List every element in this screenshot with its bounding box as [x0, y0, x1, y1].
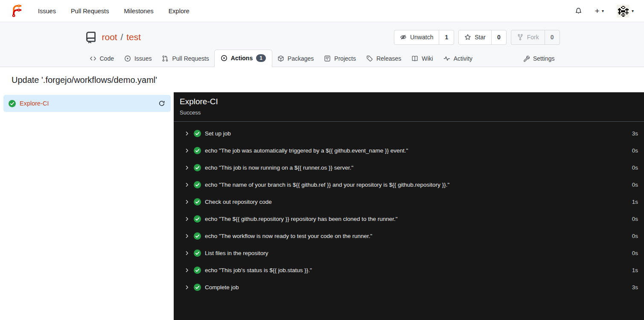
step-duration: 0s: [627, 147, 638, 154]
workflow-run-view: Explore-CI Explore-CI Success Set up job…: [0, 92, 644, 320]
repo-book-icon: [85, 31, 97, 44]
check-circle-icon: [194, 250, 201, 257]
check-circle-icon: [194, 267, 201, 274]
unwatch-label: Unwatch: [410, 34, 433, 41]
job-steps-list: Set up job 3s echo "The job was automati…: [174, 122, 644, 296]
step-name: Check out repository code: [205, 199, 272, 205]
step-name: Complete job: [205, 284, 239, 291]
step-duration: 1s: [627, 199, 638, 205]
chevron-right-icon: [184, 165, 190, 170]
eye-slash-icon: [400, 34, 407, 41]
fork-count[interactable]: 0: [545, 30, 559, 44]
chevron-down-icon: ▾: [632, 9, 634, 13]
chevron-right-icon: [184, 148, 190, 153]
step-name: echo "The job was automatically triggere…: [205, 147, 408, 154]
chevron-down-icon: ▾: [602, 9, 604, 13]
check-circle-icon: [194, 198, 201, 206]
check-circle-icon: [194, 130, 201, 137]
workflow-run-title: Update '.forgejo/workflows/demo.yaml': [0, 67, 644, 92]
chevron-right-icon: [184, 285, 190, 290]
fork-button[interactable]: Fork 0: [511, 30, 560, 45]
nav-link-issues[interactable]: Issues: [38, 8, 56, 15]
step-row[interactable]: echo "This job is now running on a ${{ r…: [174, 159, 644, 176]
chevron-right-icon: [184, 182, 190, 188]
check-circle-icon: [194, 284, 201, 291]
step-row[interactable]: echo "This job's status is ${{ job.statu…: [174, 261, 644, 279]
step-row[interactable]: Complete job 3s: [174, 279, 644, 296]
tab-pull-requests[interactable]: Pull Requests: [157, 50, 214, 67]
tab-activity[interactable]: Activity: [438, 50, 478, 67]
check-circle-icon: [194, 181, 201, 188]
fork-label: Fork: [527, 34, 539, 41]
repo-path-separator: /: [121, 32, 123, 42]
chevron-right-icon: [184, 216, 190, 222]
watch-count[interactable]: 1: [439, 30, 454, 44]
check-circle-icon: [194, 164, 201, 171]
job-title: Explore-CI: [180, 97, 637, 106]
tab-issues[interactable]: Issues: [119, 50, 157, 67]
repo-name-link[interactable]: test: [126, 32, 141, 42]
refresh-icon[interactable]: [158, 100, 165, 107]
step-row[interactable]: echo "The name of your branch is ${{ git…: [174, 176, 644, 193]
tab-packages[interactable]: Packages: [272, 50, 319, 67]
tab-releases[interactable]: Releases: [361, 50, 406, 67]
job-item-explore-ci[interactable]: Explore-CI: [3, 95, 171, 112]
tab-wiki[interactable]: Wiki: [406, 50, 438, 67]
tab-projects[interactable]: Projects: [319, 50, 361, 67]
nav-link-explore[interactable]: Explore: [169, 8, 189, 15]
chevron-right-icon: [184, 131, 190, 136]
tab-actions[interactable]: Actions 1: [214, 50, 272, 67]
nav-link-pull-requests[interactable]: Pull Requests: [71, 8, 109, 15]
repo-tabs: Code Issues Pull Requests Actions 1: [85, 50, 560, 67]
tab-code[interactable]: Code: [85, 50, 119, 67]
nav-links: Issues Pull Requests Milestones Explore: [23, 8, 189, 15]
step-duration: 0s: [627, 164, 638, 171]
step-row[interactable]: List files in the repository 0s: [174, 244, 644, 261]
check-circle-icon: [194, 215, 201, 223]
step-duration: 3s: [627, 284, 638, 291]
repo-owner-link[interactable]: root: [102, 32, 117, 42]
job-log-header: Explore-CI Success: [174, 92, 644, 122]
nav-right: + ▾: [575, 5, 634, 18]
tab-settings[interactable]: Settings: [518, 50, 560, 67]
check-circle-icon: [9, 100, 16, 107]
step-name: List files in the repository: [205, 250, 268, 256]
chevron-right-icon: [184, 233, 190, 239]
create-new-button[interactable]: + ▾: [595, 7, 604, 15]
step-duration: 0s: [627, 182, 638, 188]
forgejo-logo-icon[interactable]: [10, 5, 23, 18]
chevron-right-icon: [184, 267, 190, 273]
step-row[interactable]: Set up job 3s: [174, 125, 644, 142]
step-name: echo "The name of your branch is ${{ git…: [205, 182, 449, 188]
step-duration: 0s: [627, 216, 638, 222]
top-navbar: Issues Pull Requests Milestones Explore …: [0, 0, 644, 22]
step-name: echo "This job is now running on a ${{ r…: [205, 164, 353, 171]
job-name: Explore-CI: [20, 100, 49, 107]
step-duration: 0s: [627, 233, 638, 239]
nav-link-milestones[interactable]: Milestones: [124, 8, 153, 15]
step-name: echo "The workflow is now ready to test …: [205, 233, 372, 239]
user-avatar: [617, 5, 629, 18]
jobs-sidebar: Explore-CI: [0, 92, 174, 320]
step-row[interactable]: echo "The ${{ github.repository }} repos…: [174, 210, 644, 227]
step-row[interactable]: echo "The job was automatically triggere…: [174, 142, 644, 159]
chevron-right-icon: [184, 199, 190, 205]
repo-action-buttons: Unwatch 1 Star 0: [394, 30, 560, 45]
check-circle-icon: [194, 147, 201, 154]
job-log-panel: Explore-CI Success Set up job 3s echo "T…: [174, 92, 644, 320]
star-count[interactable]: 0: [491, 30, 506, 44]
step-row[interactable]: Check out repository code 1s: [174, 193, 644, 210]
job-status-text: Success: [180, 109, 637, 116]
plus-icon: +: [595, 7, 600, 15]
star-icon: [464, 34, 471, 41]
user-menu-button[interactable]: ▾: [617, 5, 634, 18]
step-row[interactable]: echo "The workflow is now ready to test …: [174, 227, 644, 244]
unwatch-button[interactable]: Unwatch 1: [394, 30, 454, 45]
notifications-bell-icon[interactable]: [575, 7, 582, 15]
check-circle-icon: [194, 232, 201, 240]
step-name: echo "The ${{ github.repository }} repos…: [205, 216, 398, 222]
star-button[interactable]: Star 0: [458, 30, 506, 45]
step-duration: 1s: [627, 267, 638, 273]
actions-count-badge: 1: [256, 54, 266, 62]
repo-title: root / test: [85, 31, 141, 44]
